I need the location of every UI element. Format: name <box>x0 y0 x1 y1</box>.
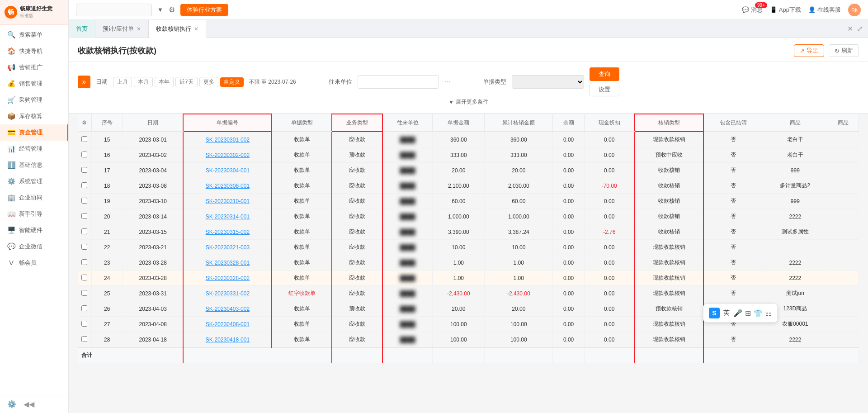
row-checkbox-input[interactable] <box>81 152 87 157</box>
apps-icon[interactable]: ⚏ <box>765 309 772 318</box>
sidebar-item-system[interactable]: ⚙️ 系统管理 <box>0 173 68 190</box>
solution-button[interactable]: 体验行业方案 <box>180 4 228 16</box>
voucher-type-select[interactable] <box>512 75 584 89</box>
row-checkbox-input[interactable] <box>81 228 87 234</box>
row-checkbox-input[interactable] <box>81 167 87 173</box>
topbar-gear-icon[interactable]: ⚙ <box>169 5 175 14</box>
tab-prepay[interactable]: 预计/应付单 ✕ <box>95 20 149 38</box>
row-voucher-no[interactable]: SK-20230328-002 <box>183 271 272 286</box>
partner-input[interactable] <box>358 75 439 89</box>
sidebar-item-operations[interactable]: 📊 经营管理 <box>0 141 68 157</box>
sidebar-item-wechat[interactable]: 💬 企业微信 <box>0 238 68 255</box>
grid-icon[interactable]: ⊞ <box>745 309 751 318</box>
tab-close-all-icon[interactable]: ✕ <box>847 24 853 33</box>
row-checkbox[interactable] <box>78 301 91 317</box>
row-checkbox-input[interactable] <box>81 244 87 250</box>
tab-cancel[interactable]: 收款核销执行 ✕ <box>149 20 206 38</box>
topbar-search-input[interactable] <box>76 4 152 16</box>
row-checkbox-input[interactable] <box>81 182 87 188</box>
date-btn-this-month[interactable]: 本月 <box>134 77 153 87</box>
service-button[interactable]: 👤 在线客服 <box>808 6 841 14</box>
sidebar-item-quick-nav[interactable]: 🏠 快捷导航 <box>0 43 68 59</box>
row-product2 <box>827 194 859 209</box>
row-checkbox-input[interactable] <box>81 198 87 204</box>
row-voucher-no[interactable]: SK-20230321-003 <box>183 240 272 255</box>
row-partner: ████ <box>382 286 433 301</box>
sidebar-item-purchase[interactable]: 🛒 采购管理 <box>0 92 68 108</box>
row-checkbox-input[interactable] <box>81 305 87 311</box>
sidebar-settings-icon[interactable]: ⚙️ <box>7 400 16 408</box>
row-voucher-no[interactable]: SK-20230314-001 <box>183 209 272 224</box>
date-btn-last-month[interactable]: 上月 <box>113 77 132 87</box>
row-checkbox[interactable] <box>78 332 91 348</box>
row-voucher-no[interactable]: SK-20230308-001 <box>183 178 272 194</box>
row-checkbox[interactable] <box>78 132 91 147</box>
export-button[interactable]: ↗ 导出 <box>794 44 824 57</box>
row-checkbox[interactable] <box>78 286 91 301</box>
filter-dots[interactable]: ··· <box>444 78 450 86</box>
sidebar-item-marketing[interactable]: 📢 营销推广 <box>0 59 68 76</box>
sidebar-item-inventory[interactable]: 📦 库存核算 <box>0 108 68 124</box>
sidebar-item-member[interactable]: V 畅会员 <box>0 255 68 271</box>
row-checkbox[interactable] <box>78 209 91 224</box>
row-voucher-no[interactable]: SK-20230301-002 <box>183 132 272 147</box>
row-checkbox-input[interactable] <box>81 290 87 296</box>
topbar-dropdown[interactable]: ▼ <box>157 6 163 13</box>
row-checkbox[interactable] <box>78 194 91 209</box>
row-checkbox[interactable] <box>78 178 91 194</box>
row-amount: 1.00 <box>433 271 485 286</box>
mic-icon[interactable]: 🎤 <box>733 309 742 318</box>
refresh-button[interactable]: ↻ 刷新 <box>829 44 859 57</box>
sidebar-item-sales[interactable]: 💰 销售管理 <box>0 76 68 92</box>
date-btn-more[interactable]: 更多 <box>199 77 218 87</box>
sidebar-item-hardware[interactable]: 🖥️ 智能硬件 <box>0 222 68 238</box>
row-checkbox[interactable] <box>78 240 91 255</box>
sidebar-item-basic[interactable]: ℹ️ 基础信息 <box>0 157 68 173</box>
row-checkbox-input[interactable] <box>81 321 87 327</box>
row-voucher-no[interactable]: SK-20230315-002 <box>183 224 272 240</box>
sidebar-item-enterprise[interactable]: 🏢 企业协同 <box>0 190 68 206</box>
shirt-icon[interactable]: 👕 <box>754 309 763 318</box>
row-checkbox-input[interactable] <box>81 213 87 219</box>
row-include-settled: 否 <box>703 163 763 178</box>
row-checkbox[interactable] <box>78 147 91 163</box>
filter-expand-button[interactable]: » <box>78 76 90 88</box>
col-settings[interactable]: ⚙ <box>78 114 91 132</box>
row-voucher-no[interactable]: SK-20230302-002 <box>183 147 272 163</box>
expand-more-row[interactable]: ▼ 展开更多条件 <box>78 96 859 108</box>
row-voucher-no[interactable]: SK-20230418-001 <box>183 332 272 348</box>
row-voucher-no[interactable]: SK-20230310-001 <box>183 194 272 209</box>
filter-settings-button[interactable]: 设置 <box>590 83 619 96</box>
sidebar-collapse-icon[interactable]: ◀◀ <box>24 400 34 408</box>
row-voucher-no[interactable]: SK-20230304-001 <box>183 163 272 178</box>
sidebar-item-capital[interactable]: 💳 资金管理 <box>0 124 68 141</box>
table-scroll-area[interactable]: ⚙ 序号 日期 单据编号 单据类型 业务类型 往来单位 单据金额 累计核销金额 … <box>69 114 868 413</box>
date-btn-custom[interactable]: 自定义 <box>220 77 244 87</box>
row-voucher-no[interactable]: SK-20230328-001 <box>183 255 272 271</box>
query-button[interactable]: 查询 <box>590 67 619 81</box>
tab-prepay-close[interactable]: ✕ <box>137 26 141 32</box>
row-checkbox[interactable] <box>78 163 91 178</box>
message-button[interactable]: 💬 消息 99+ <box>742 6 763 14</box>
row-checkbox[interactable] <box>78 271 91 286</box>
row-voucher-no[interactable]: SK-20230331-002 <box>183 286 272 301</box>
tab-home[interactable]: 首页 <box>69 20 95 38</box>
row-checkbox-input[interactable] <box>81 259 87 265</box>
sidebar-item-guide[interactable]: 📖 新手引导 <box>0 206 68 222</box>
tab-cancel-close[interactable]: ✕ <box>194 26 198 32</box>
sidebar-item-search[interactable]: 🔍 搜索菜单 <box>0 27 68 43</box>
date-btn-7days[interactable]: 近7天 <box>175 77 198 87</box>
row-biz-type: 应收款 <box>332 240 382 255</box>
row-checkbox-input[interactable] <box>81 336 87 342</box>
row-checkbox[interactable] <box>78 255 91 271</box>
tab-expand-icon[interactable]: ⤢ <box>857 24 863 33</box>
row-checkbox[interactable] <box>78 317 91 332</box>
row-voucher-no[interactable]: SK-20230408-001 <box>183 317 272 332</box>
row-checkbox-input[interactable] <box>81 136 87 142</box>
app-download-button[interactable]: 📱 App下载 <box>770 6 801 14</box>
date-btn-this-year[interactable]: 本年 <box>155 77 174 87</box>
user-avatar[interactable]: Rit <box>848 4 861 16</box>
row-voucher-no[interactable]: SK-20230403-002 <box>183 301 272 317</box>
row-checkbox-input[interactable] <box>81 275 87 280</box>
row-checkbox[interactable] <box>78 224 91 240</box>
